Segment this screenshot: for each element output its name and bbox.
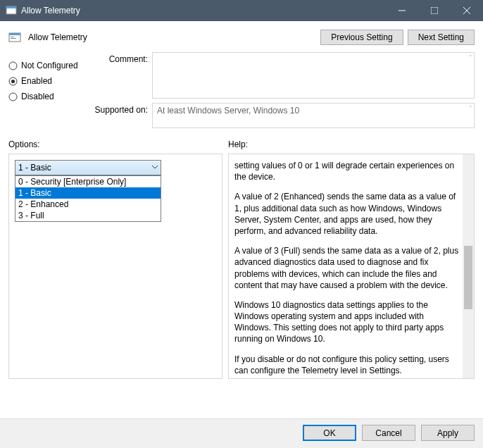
radio-disabled[interactable]: Disabled xyxy=(8,89,87,104)
option-1-basic[interactable]: 1 - Basic xyxy=(15,187,161,199)
maximize-button[interactable] xyxy=(418,0,451,21)
next-setting-button[interactable]: Next Setting xyxy=(408,30,475,45)
radio-enabled[interactable]: Enabled xyxy=(8,73,87,89)
minimize-button[interactable] xyxy=(386,0,418,21)
close-button[interactable] xyxy=(451,0,483,21)
help-paragraph: Windows 10 diagnostics data settings app… xyxy=(234,299,463,345)
svg-point-12 xyxy=(11,79,15,82)
help-label: Help: xyxy=(228,139,248,149)
telemetry-level-dropdown[interactable]: 0 - Security [Enterprise Only] 1 - Basic… xyxy=(15,175,161,222)
help-paragraph: A value of 3 (Full) sends the same data … xyxy=(234,245,463,291)
help-paragraph: A value of 2 (Enhanced) sends the same d… xyxy=(234,191,463,237)
supported-on-box: At least Windows Server, Windows 10˄ xyxy=(152,103,475,128)
policy-title: Allow Telemetry xyxy=(25,32,316,42)
ok-button[interactable]: OK xyxy=(303,425,356,441)
option-3-full[interactable]: 3 - Full xyxy=(15,210,161,221)
radio-unchecked-icon xyxy=(8,92,18,101)
svg-point-13 xyxy=(9,93,17,101)
apply-button[interactable]: Apply xyxy=(421,425,475,441)
help-paragraph: If you disable or do not configure this … xyxy=(234,354,463,376)
radio-label: Enabled xyxy=(21,76,52,86)
scrollbar[interactable] xyxy=(463,154,474,378)
cancel-button[interactable]: Cancel xyxy=(362,425,415,441)
svg-rect-9 xyxy=(11,38,16,39)
svg-rect-1 xyxy=(6,6,16,8)
chevron-down-icon xyxy=(152,166,158,170)
radio-checked-icon xyxy=(8,77,18,86)
help-pane: setting values of 0 or 1 will degrade ce… xyxy=(228,154,475,379)
supported-on-label: Supported on: xyxy=(94,103,152,115)
help-text: setting values of 0 or 1 will degrade ce… xyxy=(234,160,463,376)
radio-label: Disabled xyxy=(21,92,54,101)
telemetry-level-combo[interactable]: 1 - Basic xyxy=(15,160,161,175)
combo-selected-value: 1 - Basic xyxy=(18,163,51,173)
comment-label: Comment: xyxy=(94,52,152,64)
help-paragraph: setting values of 0 or 1 will degrade ce… xyxy=(234,160,463,182)
supported-on-value: At least Windows Server, Windows 10 xyxy=(157,106,299,116)
title-bar: Allow Telemetry xyxy=(0,0,483,21)
options-pane: 1 - Basic 0 - Security [Enterprise Only]… xyxy=(8,154,222,379)
previous-setting-button[interactable]: Previous Setting xyxy=(320,30,403,45)
option-0-security[interactable]: 0 - Security [Enterprise Only] xyxy=(15,176,161,187)
radio-label: Not Configured xyxy=(21,61,78,70)
comment-textarea[interactable]: ˄ xyxy=(152,52,475,99)
scroll-up-icon: ˄ xyxy=(469,54,472,61)
svg-rect-8 xyxy=(11,37,14,37)
option-2-enhanced[interactable]: 2 - Enhanced xyxy=(15,199,161,210)
options-label: Options: xyxy=(8,139,228,149)
scroll-up-icon: ˄ xyxy=(469,105,472,112)
policy-icon xyxy=(8,31,21,44)
svg-rect-3 xyxy=(431,7,438,14)
radio-unchecked-icon xyxy=(8,61,18,70)
scrollbar-thumb[interactable] xyxy=(464,246,472,309)
radio-not-configured[interactable]: Not Configured xyxy=(8,58,87,73)
app-icon xyxy=(6,5,17,16)
svg-point-10 xyxy=(9,62,17,70)
window-title: Allow Telemetry xyxy=(21,6,386,15)
svg-rect-7 xyxy=(9,33,20,35)
